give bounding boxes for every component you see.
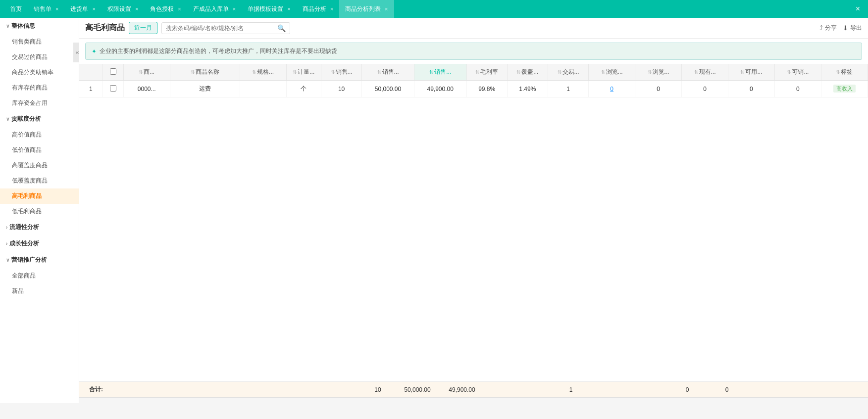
row-checkbox[interactable] xyxy=(102,81,123,97)
col-header-sellable[interactable]: ⇅ 可销... xyxy=(774,64,821,81)
sort-icon: ⇅ xyxy=(252,69,256,75)
footer-sales-qty: 10 xyxy=(360,386,395,393)
close-template-tab[interactable]: × xyxy=(287,6,290,12)
col-header-name[interactable]: ⇅ 商品名称 xyxy=(170,64,240,81)
col-header-check[interactable] xyxy=(102,64,123,81)
sidebar: « ∨ 整体信息 销售类商品 交易过的商品 商品分类助销率 有库存的商品 库存资… xyxy=(0,18,79,403)
sort-icon: ⇅ xyxy=(787,69,791,75)
col-header-num xyxy=(79,64,102,81)
col-header-stock1[interactable]: ⇅ 现有... xyxy=(682,64,728,81)
row-tag: 高收入 xyxy=(821,81,868,97)
col-header-trade[interactable]: ⇅ 交易... xyxy=(548,64,588,81)
col-header-code[interactable]: ⇅ 商... xyxy=(123,64,170,81)
export-btn[interactable]: ⬇ 导出 xyxy=(843,24,862,32)
row-name: 运费 xyxy=(170,81,240,97)
col-header-browse2[interactable]: ⇅ 浏览... xyxy=(635,64,682,81)
close-sales-tab[interactable]: × xyxy=(55,6,58,12)
sort-icon: ⇅ xyxy=(377,69,381,75)
page-title: 高毛利商品 xyxy=(85,23,125,33)
row-trade: 1 xyxy=(548,81,588,97)
sidebar-collapse-btn[interactable]: « xyxy=(73,43,79,62)
nav-tab-permission[interactable]: 权限设置 × xyxy=(102,0,144,18)
col-header-sales-qty[interactable]: ⇅ 销售... xyxy=(321,64,361,81)
sort-icon: ⇅ xyxy=(429,69,433,75)
nav-tab-analysis[interactable]: 商品分析 × xyxy=(297,0,339,18)
row-sales-cost: 49,900.00 xyxy=(414,81,466,97)
sidebar-item-low-coverage[interactable]: 低覆盖度商品 xyxy=(0,173,79,188)
close-product-in-tab[interactable]: × xyxy=(233,6,236,12)
sidebar-item-new-goods[interactable]: 新品 xyxy=(0,283,79,299)
sidebar-item-sales-goods[interactable]: 销售类商品 xyxy=(0,34,79,49)
row-sales-qty: 10 xyxy=(321,81,361,97)
nav-tab-home[interactable]: 首页 xyxy=(4,0,28,18)
arrow-icon: ∨ xyxy=(6,116,9,122)
col-header-spec[interactable]: ⇅ 规格... xyxy=(240,64,286,81)
sidebar-group-contribution[interactable]: ∨ 贡献度分析 xyxy=(0,111,79,127)
col-header-sales-cost[interactable]: ⇅ 销售... xyxy=(414,64,466,81)
nav-tab-purchase[interactable]: 进货单 × xyxy=(64,0,101,18)
close-analysis-tab[interactable]: × xyxy=(330,6,333,12)
sidebar-item-category-rate[interactable]: 商品分类助销率 xyxy=(0,65,79,80)
search-icon[interactable]: 🔍 xyxy=(277,24,286,32)
close-analysis-list-tab[interactable]: × xyxy=(385,6,388,12)
nav-tab-role[interactable]: 角色授权 × xyxy=(144,0,187,18)
col-header-browse1[interactable]: ⇅ 浏览... xyxy=(589,64,635,81)
sidebar-item-low-value[interactable]: 低价值商品 xyxy=(0,142,79,158)
nav-tab-product-in[interactable]: 产成品入库单 × xyxy=(187,0,242,18)
sidebar-group-marketing[interactable]: ∨ 营销推广分析 xyxy=(0,252,79,268)
col-header-sales-amt[interactable]: ⇅ 销售... xyxy=(362,64,414,81)
col-header-unit[interactable]: ⇅ 计量... xyxy=(286,64,321,81)
sidebar-item-all-goods[interactable]: 全部商品 xyxy=(0,268,79,283)
table-row: 1 0000... 运费 个 10 50,000.00 49,900.00 99… xyxy=(79,81,868,97)
share-icon: ⤴ xyxy=(819,24,823,32)
sidebar-group-growth[interactable]: › 成长性分析 xyxy=(0,235,79,252)
col-header-cover[interactable]: ⇅ 覆盖... xyxy=(507,64,548,81)
nav-tab-template[interactable]: 单据模板设置 × xyxy=(242,0,296,18)
sidebar-item-stock-capital[interactable]: 库存资金占用 xyxy=(0,95,79,111)
row-browse2: 0 xyxy=(635,81,682,97)
sidebar-item-traded-goods[interactable]: 交易过的商品 xyxy=(0,49,79,65)
sort-icon: ⇅ xyxy=(516,69,520,75)
filter-recent-month-btn[interactable]: 近一月 xyxy=(129,22,157,34)
arrow-right-icon: › xyxy=(6,241,7,246)
footer-stock1: 0 xyxy=(667,386,707,393)
sidebar-group-liquidity[interactable]: › 流通性分析 xyxy=(0,219,79,235)
row-cover: 1.49% xyxy=(507,81,548,97)
close-purchase-tab[interactable]: × xyxy=(92,6,95,12)
col-header-gross[interactable]: ⇅ 毛利率 xyxy=(466,64,507,81)
footer-sales-amt: 50,000.00 xyxy=(395,386,440,393)
footer-cells: 10 50,000.00 49,900.00 1 0 0 xyxy=(174,386,862,393)
row-num: 1 xyxy=(79,81,102,97)
sort-icon: ⇅ xyxy=(293,69,297,75)
content-area: 高毛利商品 近一月 🔍 ⤴ 分享 ⬇ 导出 ✦ 企业的主要的利润都是这部分商品创… xyxy=(79,18,868,403)
row-gross-rate: 99.8% xyxy=(466,81,507,97)
sort-icon: ⇅ xyxy=(648,69,652,75)
arrow-icon: ∨ xyxy=(6,257,9,263)
select-all-checkbox[interactable] xyxy=(110,68,116,75)
arrow-icon: ∨ xyxy=(6,23,9,29)
data-table: ⇅ 商... ⇅ 商品名称 ⇅ xyxy=(79,64,868,97)
sort-icon: ⇅ xyxy=(331,69,335,75)
horizontal-scrollbar[interactable] xyxy=(79,397,868,403)
sidebar-item-high-value[interactable]: 高价值商品 xyxy=(0,127,79,142)
sidebar-item-high-coverage[interactable]: 高覆盖度商品 xyxy=(0,158,79,173)
sidebar-item-low-margin[interactable]: 低毛利商品 xyxy=(0,204,79,219)
col-header-tag[interactable]: ⇅ 标签 xyxy=(821,64,868,81)
info-icon: ✦ xyxy=(92,48,97,55)
nav-tab-analysis-list[interactable]: 商品分析列表 × xyxy=(339,0,394,18)
search-input[interactable] xyxy=(166,25,275,32)
high-income-badge: 高收入 xyxy=(833,85,856,93)
row-browse1[interactable]: 0 xyxy=(589,81,635,97)
footer-trade: 1 xyxy=(554,386,588,393)
close-permission-tab[interactable]: × xyxy=(135,6,138,12)
sidebar-group-overall[interactable]: ∨ 整体信息 xyxy=(0,18,79,34)
row-select-checkbox[interactable] xyxy=(110,85,116,92)
sidebar-item-high-margin[interactable]: 高毛利商品 xyxy=(0,188,79,204)
close-role-tab[interactable]: × xyxy=(178,6,181,12)
sidebar-item-stocked-goods[interactable]: 有库存的商品 xyxy=(0,80,79,95)
col-header-stock2[interactable]: ⇅ 可用... xyxy=(728,64,774,81)
nav-tab-sales[interactable]: 销售单 × xyxy=(28,0,64,18)
share-btn[interactable]: ⤴ 分享 xyxy=(819,24,837,32)
row-stock1: 0 xyxy=(682,81,728,97)
close-all-tabs-btn[interactable]: × xyxy=(852,2,864,15)
